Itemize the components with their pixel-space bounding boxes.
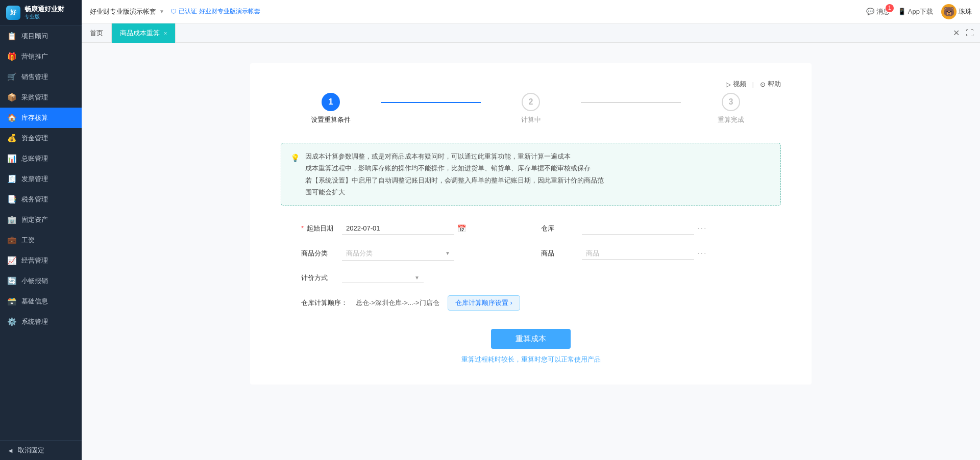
sidebar-label-marketing: 营销推广 bbox=[21, 52, 48, 61]
message-icon: 💬 bbox=[866, 8, 874, 15]
sidebar-label-system: 系统管理 bbox=[21, 317, 48, 326]
sidebar-item-accounting[interactable]: 📊 总账管理 bbox=[0, 148, 82, 169]
close-button[interactable]: ✕ bbox=[953, 28, 960, 38]
warehouse-label: 仓库 bbox=[541, 224, 582, 233]
sidebar-label-inventory: 库存核算 bbox=[21, 113, 48, 122]
start-date-field: * 起始日期 📅 bbox=[301, 222, 521, 235]
accounting-icon: 📊 bbox=[7, 154, 16, 163]
warehouse-order-value: 总仓->深圳仓库->...->门店仓 bbox=[356, 298, 439, 308]
sidebar: 好 畅康通好业财 专业版 📋 项目顾问 🎁 营销推广 🛒 销售管理 📦 采购管理… bbox=[0, 0, 82, 460]
warehouse-field: 仓库 ··· bbox=[541, 222, 761, 235]
app-download-button[interactable]: 📱 App下载 bbox=[898, 7, 933, 16]
content-top-actions: ▷ 视频 | ⊙ 帮助 bbox=[281, 80, 781, 89]
warehouse-input[interactable] bbox=[582, 222, 694, 235]
sidebar-label-payroll: 工资 bbox=[21, 236, 35, 245]
user-menu[interactable]: 🐻 珠珠 bbox=[941, 4, 972, 19]
operations-icon: 📈 bbox=[7, 256, 16, 265]
sidebar-item-finance[interactable]: 💰 资金管理 bbox=[0, 128, 82, 148]
sidebar-item-inventory[interactable]: 🏠 库存核算 bbox=[0, 108, 82, 128]
sidebar-item-marketing[interactable]: 🎁 营销推广 bbox=[0, 46, 82, 67]
message-button[interactable]: 💬 消息 1 bbox=[866, 7, 890, 16]
account-chevron-icon: ▼ bbox=[159, 9, 164, 14]
start-date-input[interactable] bbox=[342, 222, 454, 235]
sidebar-item-purchase[interactable]: 📦 采购管理 bbox=[0, 87, 82, 108]
step-3-circle: 3 bbox=[722, 93, 740, 111]
sidebar-footer-pin[interactable]: ◄ 取消固定 bbox=[0, 440, 82, 460]
basic-icon: 🗃️ bbox=[7, 297, 16, 306]
pin-icon: ◄ bbox=[7, 447, 14, 454]
step-line-2 bbox=[581, 102, 681, 103]
tab-home-label: 首页 bbox=[90, 29, 103, 38]
step-1: 1 设置重算条件 bbox=[281, 93, 381, 124]
sidebar-label-project: 项目顾问 bbox=[21, 32, 48, 41]
warehouse-order-label: 仓库计算顺序： bbox=[301, 298, 348, 308]
warehouse-order-btn[interactable]: 仓库计算顺序设置 › bbox=[448, 295, 520, 311]
video-link[interactable]: ▷ 视频 bbox=[726, 80, 746, 89]
tab-recalc[interactable]: 商品成本重算 × bbox=[112, 23, 176, 43]
sidebar-header: 好 畅康通好业财 专业版 bbox=[0, 0, 82, 26]
sidebar-item-system[interactable]: ⚙️ 系统管理 bbox=[0, 312, 82, 332]
category-select[interactable]: 商品分类 ▼ bbox=[342, 247, 454, 261]
step-2: 2 计算中 bbox=[481, 93, 581, 124]
content-area: ▷ 视频 | ⊙ 帮助 1 设置重算条件 bbox=[82, 43, 980, 460]
warehouse-more-icon[interactable]: ··· bbox=[697, 224, 707, 233]
tab-home[interactable]: 首页 bbox=[82, 23, 112, 43]
sidebar-item-invoice[interactable]: 🧾 发票管理 bbox=[0, 169, 82, 189]
info-line-3: 若【系统设置】中启用了自动调整记账日期时，会调整入库单的整单记账日期，因此重新计… bbox=[305, 174, 604, 186]
topbar-actions: 💬 消息 1 📱 App下载 🐻 珠珠 bbox=[866, 4, 972, 19]
step-2-circle: 2 bbox=[522, 93, 540, 111]
product-more-icon[interactable]: ··· bbox=[697, 249, 707, 258]
app-title: 畅康通好业财 bbox=[24, 5, 64, 13]
help-link[interactable]: ⊙ 帮助 bbox=[760, 80, 781, 89]
tabbar: 首页 商品成本重算 × ✕ ⛶ bbox=[82, 23, 980, 43]
app-download-label: App下载 bbox=[908, 7, 933, 16]
sidebar-item-operations[interactable]: 📈 经营管理 bbox=[0, 250, 82, 271]
step-2-label: 计算中 bbox=[521, 115, 541, 124]
recalc-button[interactable]: 重算成本 bbox=[491, 329, 571, 349]
marketing-icon: 🎁 bbox=[7, 52, 16, 61]
sidebar-item-project[interactable]: 📋 项目顾问 bbox=[0, 26, 82, 46]
info-text: 因成本计算参数调整，或是对商品成本有疑问时，可以通过此重算功能，重新计算一遍成本… bbox=[305, 150, 604, 198]
finance-icon: 💰 bbox=[7, 134, 16, 143]
sidebar-item-expense[interactable]: 🔄 小畅报销 bbox=[0, 271, 82, 291]
project-icon: 📋 bbox=[7, 32, 16, 41]
form-section: * 起始日期 📅 仓库 ··· 商品分类 bbox=[301, 222, 761, 364]
warning-icon: 💡 bbox=[290, 151, 300, 165]
step-3-label: 重算完成 bbox=[718, 115, 744, 124]
category-placeholder: 商品分类 bbox=[346, 249, 445, 258]
product-label: 商品 bbox=[541, 249, 582, 258]
payroll-icon: 💼 bbox=[7, 236, 16, 245]
account-selector[interactable]: 好业财专业版演示帐套 ▼ bbox=[90, 7, 164, 16]
expand-button[interactable]: ⛶ bbox=[966, 29, 974, 38]
divider: | bbox=[752, 81, 754, 88]
sidebar-label-tax: 税务管理 bbox=[21, 195, 48, 204]
warehouse-order-row: 仓库计算顺序： 总仓->深圳仓库->...->门店仓 仓库计算顺序设置 › bbox=[301, 295, 761, 311]
invoice-icon: 🧾 bbox=[7, 174, 16, 184]
video-label: 视频 bbox=[733, 80, 746, 89]
system-icon: ⚙️ bbox=[7, 317, 16, 326]
play-icon: ▷ bbox=[726, 81, 731, 88]
stepper: 1 设置重算条件 2 计算中 3 重算完成 bbox=[281, 93, 781, 124]
tax-icon: 📑 bbox=[7, 195, 16, 204]
step-1-label: 设置重算条件 bbox=[311, 115, 351, 124]
sidebar-item-basic[interactable]: 🗃️ 基础信息 bbox=[0, 291, 82, 312]
sidebar-item-payroll[interactable]: 💼 工资 bbox=[0, 230, 82, 250]
product-input[interactable] bbox=[582, 247, 694, 260]
tab-recalc-close-icon[interactable]: × bbox=[164, 30, 167, 36]
sidebar-label-accounting: 总账管理 bbox=[21, 154, 48, 163]
sidebar-item-assets[interactable]: 🏢 固定资产 bbox=[0, 210, 82, 230]
help-label: 帮助 bbox=[768, 80, 781, 89]
pricing-select[interactable]: ▼ bbox=[342, 273, 424, 283]
calendar-icon[interactable]: 📅 bbox=[457, 224, 466, 233]
expense-icon: 🔄 bbox=[7, 276, 16, 286]
step-1-circle: 1 bbox=[322, 93, 340, 111]
pricing-label: 计价方式 bbox=[301, 273, 342, 283]
sidebar-item-sales[interactable]: 🛒 销售管理 bbox=[0, 67, 82, 87]
window-controls: ✕ ⛶ bbox=[953, 28, 980, 38]
message-badge: 1 bbox=[886, 4, 894, 12]
sidebar-label-sales: 销售管理 bbox=[21, 72, 48, 82]
sidebar-item-tax[interactable]: 📑 税务管理 bbox=[0, 189, 82, 210]
sidebar-nav: 📋 项目顾问 🎁 营销推广 🛒 销售管理 📦 采购管理 🏠 库存核算 💰 资金管… bbox=[0, 26, 82, 440]
username: 珠珠 bbox=[959, 7, 972, 16]
content-inner: ▷ 视频 | ⊙ 帮助 1 设置重算条件 bbox=[250, 63, 812, 385]
